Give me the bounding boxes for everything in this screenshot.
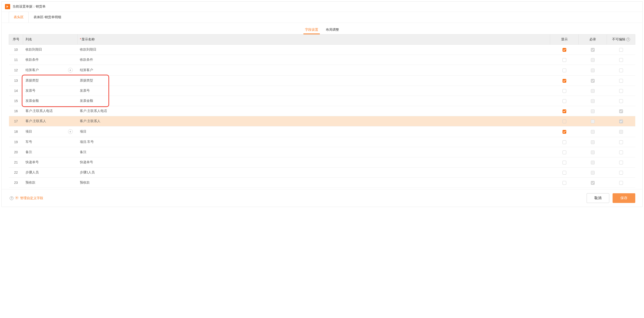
- checkbox-noedit[interactable]: [619, 79, 623, 83]
- checkbox-show[interactable]: [562, 130, 566, 134]
- checkbox-show[interactable]: [562, 150, 566, 154]
- row-display-name[interactable]: 结算客户: [78, 65, 550, 76]
- cancel-button[interactable]: 取消: [586, 193, 609, 203]
- checkbox-show[interactable]: [562, 89, 566, 93]
- row-name-label: 项目: [26, 130, 32, 134]
- checkbox-required: [591, 130, 595, 134]
- table-row: 15发票金额发票金额: [9, 96, 635, 106]
- row-display-name[interactable]: 客户.主联系人电话: [78, 106, 550, 116]
- row-seq: 18: [9, 126, 23, 137]
- expand-sidebar-button[interactable]: [5, 4, 10, 9]
- checkbox-required: [591, 89, 595, 93]
- row-name-cell: 车号: [23, 137, 78, 147]
- col-header-name: 列名: [23, 34, 78, 45]
- row-display-name[interactable]: 发票金额: [78, 96, 550, 106]
- row-name-cell: 快递单号: [23, 157, 78, 168]
- row-name-label: 收款到期日: [26, 48, 42, 52]
- table-row: 12结算客户+结算客户: [9, 65, 635, 76]
- checkbox-noedit[interactable]: [619, 89, 623, 93]
- row-seq: 14: [9, 86, 23, 96]
- tab-primary-0[interactable]: 表头区: [9, 12, 28, 23]
- row-name-cell: 预收款: [23, 178, 78, 188]
- row-seq: 20: [9, 147, 23, 157]
- row-name-label: 客户.主联系人: [26, 119, 46, 123]
- checkbox-required: [591, 140, 595, 144]
- checkbox-noedit[interactable]: [619, 171, 623, 174]
- row-display-name[interactable]: 备注: [78, 147, 550, 157]
- footer-bar: ? 管理自定义字段 取消 保存: [2, 189, 642, 207]
- col-header-display: *显示名称: [78, 34, 550, 45]
- checkbox-noedit[interactable]: [619, 58, 623, 62]
- table-row: 23预收款预收款: [9, 178, 635, 188]
- checkbox-show[interactable]: [562, 181, 566, 185]
- checkbox-noedit: [619, 130, 623, 134]
- table-row: 16客户.主联系人电话客户.主联系人电话: [9, 106, 635, 116]
- row-name-label: 客户.主联系人电话: [26, 109, 53, 113]
- row-seq: 17: [9, 116, 23, 126]
- row-display-name[interactable]: 快递单号: [78, 157, 550, 168]
- row-display-name[interactable]: 收款到期日: [78, 45, 550, 55]
- gear-icon: [15, 196, 19, 200]
- row-display-name[interactable]: 步骤1人员: [78, 168, 550, 178]
- checkbox-show[interactable]: [562, 140, 566, 144]
- checkbox-noedit[interactable]: [619, 181, 623, 185]
- row-name-cell: 发票号: [23, 86, 78, 96]
- save-button[interactable]: 保存: [612, 193, 635, 203]
- footer-help-icon[interactable]: ?: [10, 196, 14, 200]
- col-header-show: 显示: [550, 34, 578, 45]
- row-display-name[interactable]: 项目.车号: [78, 137, 550, 147]
- tab-primary-1[interactable]: 表体区-销货单明细: [28, 12, 66, 23]
- row-name-label: 快递单号: [26, 160, 39, 164]
- add-subfield-button[interactable]: +: [68, 68, 73, 72]
- row-display-name[interactable]: 票据类型: [78, 76, 550, 86]
- row-name-cell: 票据类型: [23, 76, 78, 86]
- row-name-label: 发票金额: [26, 99, 39, 103]
- checkbox-required: [591, 171, 595, 174]
- checkbox-show[interactable]: [562, 58, 566, 62]
- col-header-seq: 序号: [9, 34, 23, 45]
- row-seq: 23: [9, 178, 23, 188]
- row-display-name[interactable]: 收款条件: [78, 55, 550, 65]
- row-name-cell: 客户.主联系人电话: [23, 106, 78, 116]
- checkbox-noedit[interactable]: [619, 99, 623, 103]
- checkbox-noedit[interactable]: [619, 68, 623, 72]
- checkbox-noedit[interactable]: [619, 161, 623, 164]
- checkbox-required: [591, 181, 595, 185]
- checkbox-show[interactable]: [562, 48, 566, 52]
- checkbox-show[interactable]: [562, 161, 566, 164]
- row-name-cell: 收款条件: [23, 55, 78, 65]
- help-icon[interactable]: ?: [626, 38, 630, 41]
- checkbox-required: [591, 58, 595, 62]
- row-display-name[interactable]: 客户.主联系人: [78, 116, 550, 126]
- row-display-name[interactable]: 预收款: [78, 178, 550, 188]
- checkbox-noedit[interactable]: [619, 150, 623, 154]
- row-seq: 11: [9, 55, 23, 65]
- row-seq: 19: [9, 137, 23, 147]
- tab-secondary-0[interactable]: 字段设置: [301, 25, 322, 34]
- fields-table: 序号 列名 *显示名称 显示 必录 不可编辑? 10收款到期日收款到期日11收款…: [9, 34, 635, 188]
- table-row: 21快递单号快递单号: [9, 157, 635, 168]
- checkbox-show[interactable]: [562, 99, 566, 103]
- row-seq: 15: [9, 96, 23, 106]
- row-seq: 12: [9, 65, 23, 76]
- svg-point-0: [16, 197, 17, 198]
- row-display-name[interactable]: 发票号: [78, 86, 550, 96]
- checkbox-required: [591, 79, 595, 83]
- checkbox-show[interactable]: [562, 68, 566, 72]
- row-name-label: 票据类型: [26, 78, 39, 83]
- tabs-secondary: 字段设置布局调整: [2, 23, 642, 34]
- checkbox-show[interactable]: [562, 79, 566, 83]
- checkbox-show[interactable]: [562, 120, 566, 123]
- manage-custom-fields-link[interactable]: 管理自定义字段: [20, 196, 43, 200]
- table-row: 22步骤人员步骤1人员: [9, 168, 635, 178]
- checkbox-show[interactable]: [562, 110, 566, 113]
- row-display-name[interactable]: 项目: [78, 126, 550, 137]
- add-subfield-button[interactable]: +: [68, 129, 73, 134]
- checkbox-noedit[interactable]: [619, 48, 623, 52]
- checkbox-noedit: [619, 120, 623, 123]
- header-bar: 当前设置单据： 销货单: [2, 2, 642, 12]
- row-seq: 10: [9, 45, 23, 55]
- tab-secondary-1[interactable]: 布局调整: [322, 25, 343, 34]
- checkbox-show[interactable]: [562, 171, 566, 174]
- checkbox-noedit[interactable]: [619, 140, 623, 144]
